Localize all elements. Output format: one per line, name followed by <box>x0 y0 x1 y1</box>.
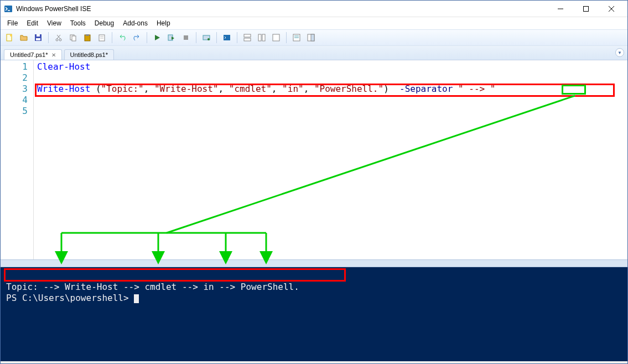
line-number-gutter: 1 2 3 4 5 <box>1 60 34 259</box>
cut-icon[interactable] <box>52 31 65 44</box>
menu-tools[interactable]: Tools <box>66 18 90 28</box>
app-icon <box>4 4 13 13</box>
svg-rect-32 <box>262 34 265 41</box>
menu-view[interactable]: View <box>43 18 66 28</box>
pane-splitter[interactable] <box>1 259 627 267</box>
svg-rect-25 <box>184 35 188 40</box>
svg-rect-38 <box>311 34 314 41</box>
redo-icon[interactable] <box>130 31 143 44</box>
tab-untitled8[interactable]: Untitled8.ps1* <box>64 49 115 60</box>
open-file-icon[interactable] <box>17 31 30 44</box>
stop-icon[interactable] <box>179 31 193 44</box>
editor-tabs: Untitled7.ps1* ✕ Untitled8.ps1* ▼ <box>1 46 627 60</box>
console-prompt: PS C:\Users\powershell> <box>6 293 134 303</box>
tab-untitled7[interactable]: Untitled7.ps1* ✕ <box>4 49 62 60</box>
svg-point-7 <box>10 34 12 37</box>
clear-icon[interactable] <box>95 31 108 44</box>
tab-close-icon[interactable]: ✕ <box>51 52 56 58</box>
menubar: File Edit View Tools Debug Add-ons Help <box>1 17 627 29</box>
new-file-icon[interactable] <box>3 31 16 44</box>
show-command-addon-icon[interactable] <box>304 31 318 44</box>
svg-rect-9 <box>36 38 40 40</box>
menu-file[interactable]: File <box>3 18 22 28</box>
layout-stacked-icon[interactable] <box>241 31 254 44</box>
expand-script-pane-icon[interactable]: ▼ <box>615 48 624 57</box>
console-cursor <box>134 294 139 303</box>
console-scrollbar[interactable] <box>1 361 627 364</box>
window-title: Windows PowerShell ISE <box>16 5 548 13</box>
code-area[interactable]: Clear-Host Write-Host ("Topic:", "Write-… <box>34 60 627 259</box>
save-icon[interactable] <box>32 31 45 44</box>
undo-icon[interactable] <box>116 31 129 44</box>
layout-full-icon[interactable] <box>269 31 283 44</box>
menu-help[interactable]: Help <box>152 18 175 28</box>
close-button[interactable] <box>599 1 624 17</box>
svg-rect-30 <box>244 38 251 41</box>
svg-rect-18 <box>86 34 89 36</box>
show-commands-icon[interactable] <box>290 31 303 44</box>
powershell-console-icon[interactable] <box>220 31 233 44</box>
copy-icon[interactable] <box>66 31 80 44</box>
paste-icon[interactable] <box>81 31 94 44</box>
layout-side-icon[interactable] <box>255 31 268 44</box>
toolbar <box>1 29 627 46</box>
svg-point-12 <box>59 39 61 41</box>
tab-label: Untitled8.ps1* <box>70 51 108 58</box>
svg-rect-10 <box>37 34 40 37</box>
remote-icon[interactable] <box>200 31 213 44</box>
menu-debug[interactable]: Debug <box>90 18 118 28</box>
annotation-red-box-output <box>4 268 346 282</box>
svg-point-27 <box>207 38 210 40</box>
console-pane[interactable]: Topic: --> Write-Host --> cmdlet --> in … <box>1 267 627 361</box>
svg-rect-16 <box>72 36 76 41</box>
svg-rect-0 <box>4 6 12 12</box>
script-editor[interactable]: 1 2 3 4 5 Clear-Host Write-Host ("Topic:… <box>1 60 627 259</box>
console-output: Topic: --> Write-Host --> cmdlet --> in … <box>6 282 299 292</box>
tab-label: Untitled7.ps1* <box>10 51 48 58</box>
maximize-button[interactable] <box>573 1 599 17</box>
svg-rect-31 <box>258 34 261 41</box>
svg-rect-28 <box>224 35 230 40</box>
menu-edit[interactable]: Edit <box>22 18 43 28</box>
run-script-icon[interactable] <box>150 31 164 44</box>
run-selection-icon[interactable] <box>165 31 178 44</box>
menu-addons[interactable]: Add-ons <box>118 18 152 28</box>
titlebar: Windows PowerShell ISE <box>1 1 627 17</box>
minimize-button[interactable] <box>548 1 573 17</box>
svg-rect-29 <box>244 34 251 37</box>
svg-rect-33 <box>273 34 279 41</box>
svg-rect-3 <box>584 6 589 11</box>
svg-point-11 <box>56 39 58 41</box>
